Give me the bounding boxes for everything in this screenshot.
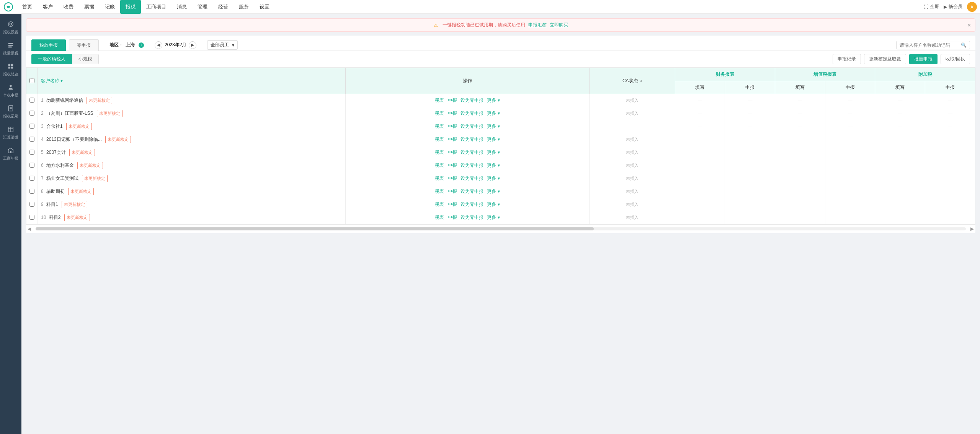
declare-record-btn[interactable]: 申报记录 bbox=[833, 54, 861, 64]
row-op-declare-7[interactable]: 申报 bbox=[448, 189, 457, 194]
search-icon[interactable]: 🔍 bbox=[961, 42, 967, 48]
row-checkbox-3[interactable] bbox=[29, 137, 34, 142]
batch-declare-btn[interactable]: 批量申报 bbox=[909, 54, 938, 64]
row-op-tax-1[interactable]: 税表 bbox=[435, 111, 444, 116]
row-t2-7: — bbox=[825, 185, 875, 198]
sub-tab-general[interactable]: 一般的纳税人 bbox=[31, 54, 72, 64]
row-op-zero-0[interactable]: 设为零申报 bbox=[461, 98, 483, 103]
row-checkbox-6[interactable] bbox=[29, 176, 34, 181]
row-op-tax-5[interactable]: 税表 bbox=[435, 163, 444, 168]
banner-link-record[interactable]: 申报汇签 bbox=[528, 22, 547, 28]
sort-icon[interactable]: 客户名称 ▾ bbox=[41, 78, 63, 83]
row-op-more-7[interactable]: 更多 ▾ bbox=[487, 189, 500, 194]
row-op-tax-8[interactable]: 税表 bbox=[435, 202, 444, 207]
scroll-left-arrow[interactable]: ◀ bbox=[26, 226, 33, 232]
nav-operation[interactable]: 经营 bbox=[213, 0, 234, 14]
row-op-tax-9[interactable]: 税表 bbox=[435, 215, 444, 220]
collect-revoke-btn[interactable]: 收取/回执 bbox=[941, 54, 970, 64]
tab-tax-declare[interactable]: 税款申报 bbox=[31, 39, 66, 51]
banner-link-buy[interactable]: 立即购买 bbox=[550, 22, 568, 28]
row-op-more-4[interactable]: 更多 ▾ bbox=[487, 150, 500, 155]
row-op-zero-3[interactable]: 设为零申报 bbox=[461, 137, 483, 142]
row-checkbox-5[interactable] bbox=[29, 163, 34, 168]
row-checkbox-7[interactable] bbox=[29, 189, 34, 194]
row-op-zero-6[interactable]: 设为零申报 bbox=[461, 176, 483, 181]
row-op-declare-4[interactable]: 申报 bbox=[448, 150, 457, 155]
row-op-declare-3[interactable]: 申报 bbox=[448, 137, 457, 142]
row-checkbox-8[interactable] bbox=[29, 202, 34, 207]
row-op-declare-1[interactable]: 申报 bbox=[448, 111, 457, 116]
row-op-declare-0[interactable]: 申报 bbox=[448, 98, 457, 103]
sidebar-item-tax-overview[interactable]: 报税总览 bbox=[0, 59, 21, 80]
date-prev-btn[interactable]: ◀ bbox=[155, 41, 162, 49]
row-op-zero-9[interactable]: 设为零申报 bbox=[461, 215, 483, 220]
row-op-declare-6[interactable]: 申报 bbox=[448, 176, 457, 181]
nav-home[interactable]: 首页 bbox=[17, 0, 38, 14]
row-op-declare-8[interactable]: 申报 bbox=[448, 202, 457, 207]
row-op-zero-5[interactable]: 设为零申报 bbox=[461, 163, 483, 168]
scroll-right-arrow[interactable]: ▶ bbox=[969, 226, 975, 232]
banner-close-btn[interactable]: ✕ bbox=[967, 23, 971, 28]
nav-settings[interactable]: 设置 bbox=[254, 0, 275, 14]
row-op-zero-4[interactable]: 设为零申报 bbox=[461, 150, 483, 155]
nav-manage[interactable]: 管理 bbox=[192, 0, 213, 14]
row-op-zero-8[interactable]: 设为零申报 bbox=[461, 202, 483, 207]
region-info-icon[interactable]: i bbox=[139, 42, 144, 48]
row-op-tax-2[interactable]: 税表 bbox=[435, 124, 444, 129]
row-op-tax-4[interactable]: 税表 bbox=[435, 150, 444, 155]
row-checkbox-4[interactable] bbox=[29, 150, 34, 155]
row-op-more-6[interactable]: 更多 ▾ bbox=[487, 176, 500, 181]
nav-client[interactable]: 客户 bbox=[38, 0, 58, 14]
row-op-more-3[interactable]: 更多 ▾ bbox=[487, 137, 500, 142]
nav-accounting[interactable]: 记账 bbox=[100, 0, 120, 14]
row-op-declare-2[interactable]: 申报 bbox=[448, 124, 457, 129]
row-checkbox-9[interactable] bbox=[29, 215, 34, 220]
row-f2-9: — bbox=[725, 211, 775, 224]
row-op-zero-2[interactable]: 设为零申报 bbox=[461, 124, 483, 129]
sidebar-item-tax-records[interactable]: 报税记录 bbox=[0, 101, 21, 122]
row-op-more-9[interactable]: 更多 ▾ bbox=[487, 215, 500, 220]
nav-tax[interactable]: 报税 bbox=[120, 0, 141, 14]
row-op-declare-5[interactable]: 申报 bbox=[448, 163, 457, 168]
th-vat-declare: 申报 bbox=[925, 81, 975, 94]
row-op-more-8[interactable]: 更多 ▾ bbox=[487, 202, 500, 207]
employee-filter[interactable]: 全部员工 ▾ bbox=[207, 40, 238, 50]
row-op-more-2[interactable]: 更多 ▾ bbox=[487, 124, 500, 129]
row-op-tax-0[interactable]: 税表 bbox=[435, 98, 444, 103]
nav-invoice[interactable]: 票据 bbox=[79, 0, 100, 14]
sidebar-item-business-report[interactable]: 工商年报 bbox=[0, 143, 21, 164]
row-op-zero-7[interactable]: 设为零申报 bbox=[461, 189, 483, 194]
sidebar-item-personal-tax[interactable]: 个税申报 bbox=[0, 80, 21, 101]
row-op-zero-1[interactable]: 设为零申报 bbox=[461, 111, 483, 116]
row-op-more-1[interactable]: 更多 ▾ bbox=[487, 111, 500, 116]
select-all-checkbox[interactable] bbox=[29, 78, 34, 83]
sidebar-item-batch-tax[interactable]: 批量报税 bbox=[0, 38, 21, 59]
vip-btn[interactable]: ▶ 畅会员 bbox=[944, 3, 962, 10]
nav-service[interactable]: 服务 bbox=[234, 0, 254, 14]
row-checkbox-2[interactable] bbox=[29, 124, 34, 129]
th-select-all[interactable] bbox=[26, 68, 38, 94]
nav-business[interactable]: 工商项目 bbox=[141, 0, 172, 14]
search-box: 🔍 bbox=[896, 41, 970, 49]
update-finalize-btn[interactable]: 更新核定及取数 bbox=[864, 54, 906, 64]
row-checkbox-1[interactable] bbox=[29, 111, 34, 116]
tab-zero-declare[interactable]: 零申报 bbox=[69, 39, 99, 51]
fullscreen-btn[interactable]: ⛶ 全屏 bbox=[924, 3, 939, 10]
horizontal-scrollbar[interactable] bbox=[36, 227, 966, 230]
row-op-more-0[interactable]: 更多 ▾ bbox=[487, 98, 500, 103]
date-next-btn[interactable]: ▶ bbox=[189, 41, 196, 49]
sidebar-item-tax-settings[interactable]: 报税设置 bbox=[0, 17, 21, 38]
avatar[interactable]: A bbox=[967, 2, 977, 12]
row-op-more-5[interactable]: 更多 ▾ bbox=[487, 163, 500, 168]
nav-message[interactable]: 消息 bbox=[172, 0, 192, 14]
warning-icon: ⚠ bbox=[434, 23, 438, 28]
row-op-tax-7[interactable]: 税表 bbox=[435, 189, 444, 194]
row-op-tax-6[interactable]: 税表 bbox=[435, 176, 444, 181]
row-checkbox-0[interactable] bbox=[29, 98, 34, 103]
search-input[interactable] bbox=[900, 42, 961, 48]
sub-tab-small[interactable]: 小规模 bbox=[72, 54, 99, 64]
row-op-tax-3[interactable]: 税表 bbox=[435, 137, 444, 142]
row-op-declare-9[interactable]: 申报 bbox=[448, 215, 457, 220]
sidebar-item-calc-clear[interactable]: 汇算清缴 bbox=[0, 122, 21, 143]
nav-charge[interactable]: 收费 bbox=[58, 0, 79, 14]
